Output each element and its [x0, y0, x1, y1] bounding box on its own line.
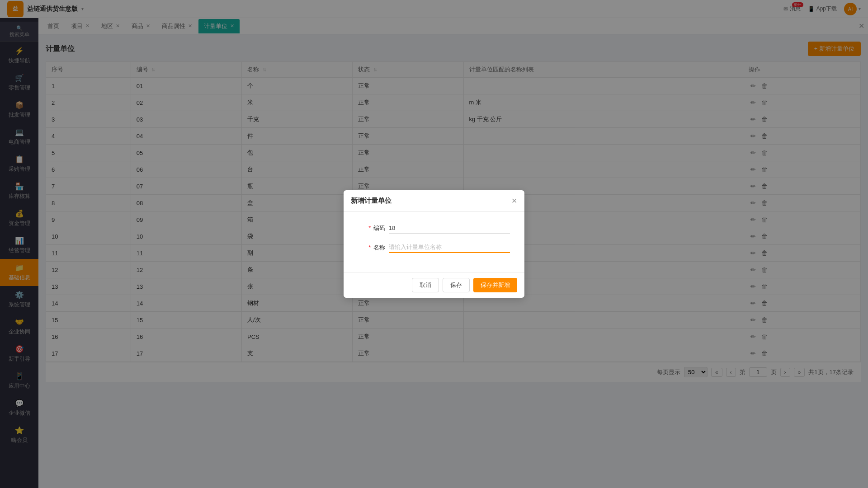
save-continue-button[interactable]: 保存并新增	[473, 278, 517, 292]
modal-overlay: 新增计量单位 ✕ * 编码 * 名称 取消 保存 保存并新增	[0, 0, 868, 488]
modal-title: 新增计量单位	[351, 197, 392, 205]
form-input-name[interactable]	[389, 242, 510, 253]
modal-add-unit: 新增计量单位 ✕ * 编码 * 名称 取消 保存 保存并新增	[344, 190, 524, 298]
required-mark-code: *	[368, 225, 371, 231]
form-label-code: * 编码	[358, 224, 385, 232]
form-row-name: * 名称	[358, 242, 510, 253]
modal-header: 新增计量单位 ✕	[344, 190, 524, 212]
modal-body: * 编码 * 名称	[344, 212, 524, 272]
cancel-button[interactable]: 取消	[412, 278, 439, 292]
form-input-code[interactable]	[389, 223, 510, 234]
required-mark-name: *	[368, 244, 371, 251]
modal-close-button[interactable]: ✕	[511, 197, 517, 205]
modal-footer: 取消 保存 保存并新增	[344, 272, 524, 298]
form-row-code: * 编码	[358, 223, 510, 234]
save-button[interactable]: 保存	[443, 278, 470, 292]
form-label-name: * 名称	[358, 244, 385, 252]
